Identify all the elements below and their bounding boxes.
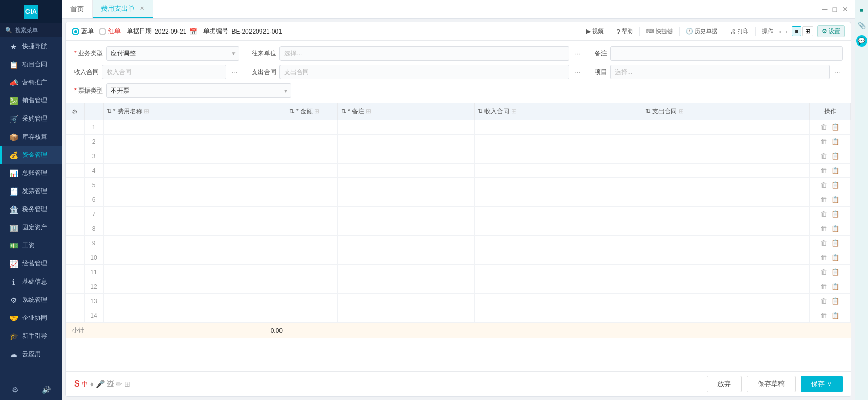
cell-expense-name[interactable] [103,236,286,250]
cell-expense-contract[interactable] [642,164,810,178]
cell-expense-name[interactable] [103,294,286,308]
th-settings[interactable]: ⚙ [66,103,84,120]
cell-amount[interactable] [286,149,337,164]
cell-amount[interactable] [286,294,337,308]
shortcut-btn[interactable]: ⌨ 快捷键 [644,26,675,36]
cell-expense-contract[interactable] [642,279,810,294]
delete-icon[interactable]: 🗑 [820,225,827,232]
sort-icon[interactable]: ⇅ [341,108,346,115]
sidebar-item-shuiwu[interactable]: 🏦 税务管理 [0,200,62,218]
cell-amount[interactable] [286,221,337,236]
delete-icon[interactable]: 🗑 [820,152,827,160]
sort-icon[interactable]: ⇅ [478,108,483,115]
settings-btn[interactable]: ⚙ 设置 [817,25,845,37]
business-type-select[interactable]: 应付调整 [106,46,239,61]
window-maximize-icon[interactable]: □ [833,5,837,13]
sidebar-item-yingxiao[interactable]: 📣 营销推广 [0,73,62,92]
volume-bottom-icon[interactable]: 🔊 [38,383,55,396]
cell-amount[interactable] [286,135,337,149]
save-draft-button[interactable]: 保存草稿 [747,376,796,392]
video-btn[interactable]: ▶ 视频 [584,26,606,36]
sidebar-item-fapiao[interactable]: 🧾 发票管理 [0,182,62,200]
copy-icon[interactable]: 📋 [831,138,840,145]
col-resize-icon[interactable]: ⊞ [679,108,684,115]
project-input[interactable] [610,65,830,79]
delete-icon[interactable]: 🗑 [820,312,827,319]
delete-icon[interactable]: 🗑 [820,181,827,189]
calendar-icon[interactable]: 📅 [189,28,197,35]
cell-expense-name[interactable] [103,250,286,265]
cell-remark[interactable] [337,164,475,178]
delete-icon[interactable]: 🗑 [820,297,827,305]
delete-icon[interactable]: 🗑 [820,167,827,174]
side-attach-icon[interactable]: 📎 [856,20,867,31]
delete-icon[interactable]: 🗑 [820,123,827,131]
brand-icon-5[interactable]: ⊞ [124,380,130,388]
cell-remark[interactable] [337,207,475,221]
cell-remark[interactable] [337,120,475,135]
cell-income-contract[interactable] [475,164,642,178]
cell-income-contract[interactable] [475,120,642,135]
nav-prev-icon[interactable]: ‹ [779,28,782,35]
copy-icon[interactable]: 📋 [831,167,840,174]
side-chat-icon[interactable]: 💬 [856,35,867,47]
col-resize-icon[interactable]: ⊞ [144,108,149,115]
cell-amount[interactable] [286,178,337,192]
cell-remark[interactable] [337,294,475,308]
operate-btn[interactable]: 操作 [760,26,775,36]
project-dots-icon[interactable]: ··· [833,68,843,76]
cell-expense-name[interactable] [103,149,286,164]
cell-amount[interactable] [286,236,337,250]
cell-remark[interactable] [337,221,475,236]
delete-icon[interactable]: 🗑 [820,210,827,218]
sidebar-item-jichu[interactable]: ℹ 基础信息 [0,273,62,291]
copy-icon[interactable]: 📋 [831,283,840,290]
view-list-btn[interactable]: ≡ [792,26,801,36]
cell-expense-name[interactable] [103,178,286,192]
col-resize-icon[interactable]: ⊞ [366,108,371,115]
sidebar-search[interactable]: 🔍 搜索菜单 [0,23,62,37]
cell-income-contract[interactable] [475,265,642,279]
copy-icon[interactable]: 📋 [831,225,840,232]
cell-amount[interactable] [286,279,337,294]
cell-income-contract[interactable] [475,236,642,250]
sidebar-item-yunying[interactable]: ☁ 云应用 [0,345,62,363]
cell-income-contract[interactable] [475,178,642,192]
cell-income-contract[interactable] [475,192,642,207]
cell-remark[interactable] [337,236,475,250]
delete-icon[interactable]: 🗑 [820,196,827,203]
cell-income-contract[interactable] [475,308,642,323]
sidebar-item-xinshou[interactable]: 🎓 新手引导 [0,327,62,345]
tab-expense[interactable]: 费用支出单 ✕ [93,0,153,18]
cell-amount[interactable] [286,265,337,279]
sidebar-item-gongzi[interactable]: 💵 工资 [0,236,62,255]
cell-amount[interactable] [286,192,337,207]
remark-input[interactable] [610,46,843,61]
sort-icon[interactable]: ⇅ [289,108,295,115]
cell-expense-name[interactable] [103,221,286,236]
copy-icon[interactable]: 📋 [831,210,840,218]
red-single-radio[interactable]: 红单 [99,27,121,36]
cell-amount[interactable] [286,308,337,323]
copy-icon[interactable]: 📋 [831,297,840,305]
cell-expense-contract[interactable] [642,192,810,207]
cell-amount[interactable] [286,120,337,135]
print-btn[interactable]: 🖨 打印 [728,26,751,36]
delete-icon[interactable]: 🗑 [820,283,827,290]
cell-income-contract[interactable] [475,279,642,294]
help-btn[interactable]: ? 帮助 [614,26,635,36]
brand-icon-2[interactable]: 🎤 [96,380,105,388]
tab-close-icon[interactable]: ✕ [140,5,144,12]
cell-remark[interactable] [337,308,475,323]
cell-amount[interactable] [286,164,337,178]
delete-icon[interactable]: 🗑 [820,254,827,261]
blue-single-radio[interactable]: 蓝单 [72,27,94,36]
cell-expense-contract[interactable] [642,265,810,279]
copy-icon[interactable]: 📋 [831,239,840,247]
sort-icon[interactable]: ⇅ [645,108,651,115]
cell-expense-name[interactable] [103,279,286,294]
window-close-icon[interactable]: ✕ [842,5,848,13]
copy-icon[interactable]: 📋 [831,181,840,189]
delete-icon[interactable]: 🗑 [820,239,827,247]
copy-icon[interactable]: 📋 [831,152,840,160]
